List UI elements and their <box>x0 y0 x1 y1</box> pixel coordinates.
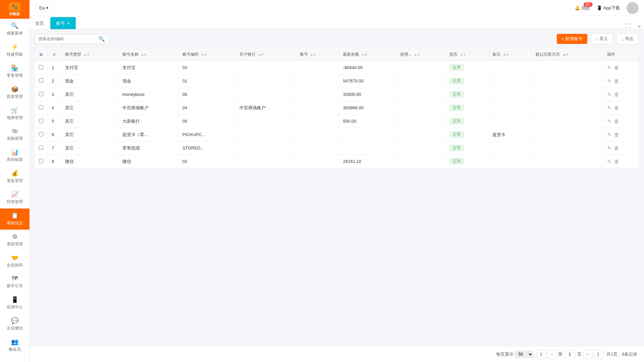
next-page-button[interactable]: › <box>583 350 592 359</box>
col-settings[interactable]: ⚙ <box>35 48 48 61</box>
row-num-0: 1 <box>48 61 61 74</box>
row-account-5 <box>296 128 339 141</box>
sidebar-label-members: 畅会员 <box>9 347 21 352</box>
sidebar-item-quick-nav[interactable]: ⚡ 快捷导航 <box>0 40 30 61</box>
first-page-button[interactable]: ⟪ <box>537 350 546 359</box>
edit-icon-0[interactable]: ✎ <box>607 65 611 71</box>
row-bank-2 <box>235 88 296 101</box>
row-checkbox-1[interactable] <box>35 74 48 88</box>
row-notes-7 <box>488 155 532 168</box>
row-name-5: 提货卡（零... <box>118 128 178 141</box>
col-bank[interactable]: 开户银行 ▲▼ <box>235 48 296 61</box>
sidebar-item-purchase[interactable]: 🛍 采购管理 <box>0 124 30 145</box>
sidebar-item-members[interactable]: 👥 畅会员 <box>0 335 30 356</box>
row-bank-1 <box>235 74 296 88</box>
import-icon: ↑ <box>596 37 598 42</box>
prev-page-button[interactable]: ‹ <box>547 350 557 359</box>
add-account-button[interactable]: + 新增账号 <box>557 34 587 44</box>
sidebar-item-guide[interactable]: 🗺 新手引导 <box>0 272 30 293</box>
sidebar-label-purchase: 采购管理 <box>7 136 23 141</box>
col-type[interactable]: 账号类型 ▲▼ <box>61 48 118 61</box>
finance-icon: 💰 <box>11 170 18 177</box>
sidebar-item-ecommerce[interactable]: 🛒 电商管理 <box>0 103 30 124</box>
delete-icon-5[interactable]: 🗑 <box>614 132 619 137</box>
row-actions-6: ✎ 🗑 <box>603 141 638 155</box>
row-account-4 <box>296 115 339 128</box>
tab-home[interactable]: 首页 <box>30 17 50 29</box>
sidebar-item-basic-info[interactable]: 📋 基础信息 <box>0 208 30 230</box>
sidebar-item-finance[interactable]: 💰 资金管理 <box>0 166 30 187</box>
user-avatar[interactable] <box>627 2 639 14</box>
page-size-select[interactable]: 50 100 <box>515 351 533 358</box>
col-notes[interactable]: 备注 ▲▼ <box>488 48 532 61</box>
sidebar-label-operations: 经营管理 <box>7 199 23 205</box>
row-account-1 <box>296 74 339 88</box>
import-label: 导入 <box>599 36 608 42</box>
row-type-2: 其它 <box>61 88 118 101</box>
sidebar-item-enterprise-wechat[interactable]: 💬 企业微信 <box>0 314 30 335</box>
edit-icon-2[interactable]: ✎ <box>607 92 611 98</box>
app-logo: 🐾 乐账版 <box>0 0 30 19</box>
col-name[interactable]: 账号名称 ▲▼ <box>118 48 178 61</box>
sidebar-item-system[interactable]: ⚙ 系统管理 <box>0 230 30 251</box>
export-icon: ↓ <box>622 37 624 42</box>
edit-icon-1[interactable]: ✎ <box>607 78 611 84</box>
col-code[interactable]: 账号编码 ▲▼ <box>178 48 235 61</box>
delete-icon-3[interactable]: 🗑 <box>614 105 619 111</box>
row-checkbox-4[interactable] <box>35 115 48 128</box>
row-checkbox-6[interactable] <box>35 141 48 155</box>
row-checkbox-2[interactable] <box>35 88 48 101</box>
maximize-button[interactable]: ⛶ <box>621 23 635 29</box>
delete-icon-4[interactable]: 🗑 <box>614 118 619 124</box>
row-balance-1: 547670.00 <box>339 74 396 88</box>
row-checkbox-3[interactable] <box>35 101 48 115</box>
search-input[interactable] <box>39 37 98 41</box>
sidebar-item-enterprise-agreement[interactable]: 🤝 企业协同 <box>0 251 30 272</box>
sidebar-item-retail[interactable]: 🏪 零售管理 <box>0 61 30 82</box>
edit-icon-4[interactable]: ✎ <box>607 118 611 124</box>
delete-icon-2[interactable]: 🗑 <box>614 92 619 97</box>
row-checkbox-5[interactable] <box>35 128 48 141</box>
sidebar-item-search[interactable]: 🔍 搜索菜单 <box>0 19 30 40</box>
tab-accounts[interactable]: 账号✕ <box>50 17 76 29</box>
sidebar-item-wholesale[interactable]: 📦 批发管理 <box>0 82 30 103</box>
page-number-input[interactable] <box>564 351 576 358</box>
edit-icon-3[interactable]: ✎ <box>607 105 611 111</box>
phone-icon: 📱 <box>597 5 602 10</box>
sidebar-item-inventory[interactable]: 📊 库存核算 <box>0 145 30 166</box>
company-selector[interactable]: Ea ▾ <box>35 4 53 12</box>
row-notes-6 <box>488 141 532 155</box>
row-name-6: 零售抵现 <box>118 141 178 155</box>
edit-icon-5[interactable]: ✎ <box>607 132 611 138</box>
delete-icon-7[interactable]: 🗑 <box>614 159 619 164</box>
row-settlement-6 <box>532 141 603 155</box>
edit-icon-6[interactable]: ✎ <box>607 145 611 151</box>
sidebar-item-operations[interactable]: 📈 经营管理 <box>0 187 30 208</box>
delete-icon-1[interactable]: 🗑 <box>614 78 619 84</box>
search-icon[interactable]: 🔍 <box>98 36 105 42</box>
col-settlement[interactable]: 默认结算方式 ▲▼ <box>532 48 603 61</box>
col-balance[interactable]: 最新余额 ▲▼ <box>339 48 396 61</box>
close-panel-button[interactable]: ✕ <box>635 24 644 29</box>
col-status[interactable]: 状态 ▲▼ <box>445 48 488 61</box>
delete-icon-6[interactable]: 🗑 <box>614 145 619 151</box>
col-account[interactable]: 账号 ▲▼ <box>296 48 339 61</box>
app-download-button[interactable]: 📱 App下载 <box>597 5 620 11</box>
notification-button[interactable]: 🔔 消息 99+ <box>575 5 590 11</box>
tab-close-accounts[interactable]: ✕ <box>67 21 70 26</box>
last-page-button[interactable]: ⟫ <box>594 350 603 359</box>
row-account-0 <box>296 61 339 74</box>
col-usage[interactable]: 使用... ▲▼ <box>396 48 445 61</box>
import-button[interactable]: ↑ 导入 <box>591 34 613 44</box>
sidebar-item-app-center[interactable]: 📱 应用中心 <box>0 293 30 314</box>
page-nav: ⟪ ‹ 第 页 › ⟫ <box>537 350 603 359</box>
row-actions-2: ✎ 🗑 <box>603 88 638 101</box>
pagination: 每页显示 50 100 ⟪ ‹ 第 页 › ⟫ 共1页，8条记录 <box>30 346 644 362</box>
edit-icon-7[interactable]: ✎ <box>607 159 611 165</box>
export-button[interactable]: ↓ 导出 <box>616 34 639 44</box>
search-box[interactable]: 🔍 <box>35 34 109 44</box>
row-settlement-4 <box>532 115 603 128</box>
row-checkbox-7[interactable] <box>35 155 48 168</box>
row-checkbox-0[interactable] <box>35 61 48 74</box>
delete-icon-0[interactable]: 🗑 <box>614 65 619 70</box>
